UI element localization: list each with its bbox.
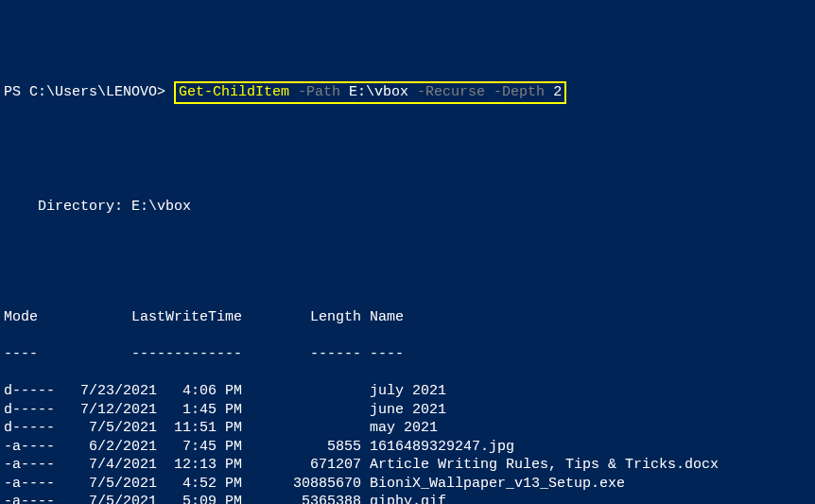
- cell-mode: -a----: [4, 438, 55, 457]
- param-recurse-depth: -Recurse -Depth: [408, 84, 553, 100]
- cell-lastwritetime: 7/5/2021 4:52 PM: [55, 475, 242, 494]
- cell-lastwritetime: 7/5/2021 11:51 PM: [55, 419, 242, 438]
- cell-mode: d-----: [4, 382, 55, 401]
- cell-name: may 2021: [361, 419, 438, 438]
- cmdlet: Get-ChildItem: [179, 84, 289, 100]
- cell-lastwritetime: 7/5/2021 5:09 PM: [55, 493, 242, 504]
- table-header-row: ModeLastWriteTimeLengthName: [4, 308, 811, 327]
- dash-name: ----: [361, 345, 404, 364]
- ps-prompt: PS C:\Users\LENOVO>: [4, 84, 174, 100]
- table-row: -a----6/2/2021 7:45 PM58551616489329247.…: [4, 438, 811, 457]
- cell-name: june 2021: [361, 401, 446, 420]
- table-row: -a----7/5/2021 5:09 PM5365388giphy.gif: [4, 493, 811, 504]
- cell-name: july 2021: [361, 382, 446, 401]
- command-highlight: Get-ChildItem -Path E:\vbox -Recurse -De…: [174, 81, 566, 104]
- cell-lastwritetime: 7/12/2021 1:45 PM: [55, 401, 242, 420]
- command-prompt-line[interactable]: PS C:\Users\LENOVO> Get-ChildItem -Path …: [4, 81, 811, 104]
- cell-mode: d-----: [4, 419, 55, 438]
- dash-len: ------: [242, 345, 361, 364]
- cell-name: 1616489329247.jpg: [361, 438, 514, 457]
- col-header-length: Length: [242, 308, 361, 327]
- blank-line: [4, 161, 811, 180]
- dash-mode: ----: [4, 345, 55, 364]
- value-depth: 2: [553, 84, 562, 100]
- cell-name: Article Writing Rules, Tips & Tricks.doc…: [361, 456, 719, 475]
- cell-length: 671207: [242, 456, 361, 475]
- value-path: E:\vbox: [349, 84, 408, 100]
- cell-lastwritetime: 7/4/2021 12:13 PM: [55, 456, 242, 475]
- blank-line: [4, 235, 811, 253]
- blank-line: [4, 124, 811, 143]
- cell-mode: -a----: [4, 475, 55, 494]
- table-header-dashes: ---------------------------: [4, 345, 811, 364]
- table-row: d-----7/12/2021 1:45 PMjune 2021: [4, 401, 811, 420]
- table-row: d-----7/23/2021 4:06 PMjuly 2021: [4, 382, 811, 401]
- table-row: -a----7/4/2021 12:13 PM671207Article Wri…: [4, 456, 811, 475]
- directory-header-1: Directory: E:\vbox: [4, 198, 811, 217]
- cell-mode: d-----: [4, 401, 55, 420]
- table-row: d-----7/5/2021 11:51 PMmay 2021: [4, 419, 811, 438]
- cell-lastwritetime: 6/2/2021 7:45 PM: [55, 438, 242, 457]
- blank-line: [4, 271, 811, 290]
- col-header-name: Name: [361, 308, 404, 327]
- dash-lwt: -------------: [55, 345, 242, 364]
- cell-length: 5855: [242, 438, 361, 457]
- cell-length: 5365388: [242, 493, 361, 504]
- col-header-lastwritetime: LastWriteTime: [55, 308, 242, 327]
- cell-mode: -a----: [4, 456, 55, 475]
- col-header-mode: Mode: [4, 308, 55, 327]
- cell-name: BioniX_Wallpaper_v13_Setup.exe: [361, 475, 625, 494]
- table-row: -a----7/5/2021 4:52 PM30885670BioniX_Wal…: [4, 475, 811, 494]
- file-listing: d-----7/23/2021 4:06 PMjuly 2021d-----7/…: [4, 382, 811, 504]
- cell-name: giphy.gif: [361, 493, 446, 504]
- cell-length: 30885670: [242, 475, 361, 494]
- param-path: -Path: [289, 84, 349, 100]
- cell-lastwritetime: 7/23/2021 4:06 PM: [55, 382, 242, 401]
- cell-mode: -a----: [4, 493, 55, 504]
